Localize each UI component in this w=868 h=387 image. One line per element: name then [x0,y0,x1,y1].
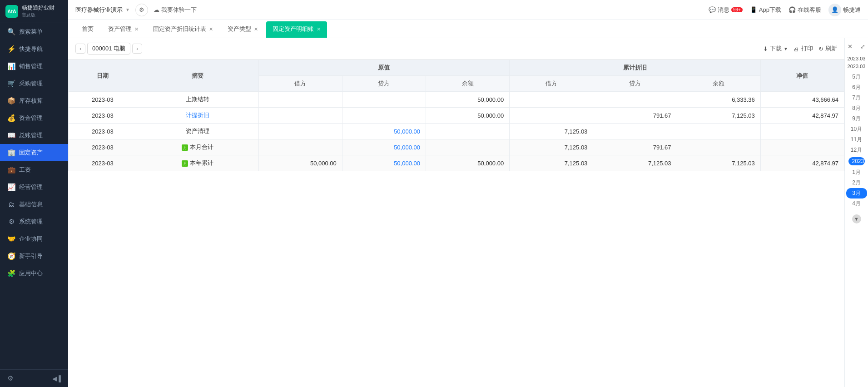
tab-home[interactable]: 首页 [75,21,100,38]
collapse-icon[interactable]: ◀▐ [52,375,61,382]
cell-dep-credit: 791.67 [593,108,677,124]
avatar: 👤 [828,4,841,16]
cell-dep-credit: 7,125.03 [593,155,677,171]
th-date: 日期 [69,60,137,92]
phone-icon: 📱 [750,6,757,13]
sidebar-item-funds[interactable]: 💰资金管理 [0,109,68,127]
user-icon: 👤 [831,6,838,13]
table-row: 2023-03 月本年累计 50,000.00 50,000.00 50,000… [69,155,844,171]
th-accumulated-depreciation: 累计折旧 [510,60,761,76]
refresh-button[interactable]: ↻ 刷新 [818,45,837,53]
apps-icon: 🧩 [7,269,15,278]
tab-asset-type[interactable]: 资产类型 ✕ [221,21,264,38]
tab-depreciation-stat[interactable]: 固定资产折旧统计表 ✕ [147,21,219,38]
sidebar-item-guide[interactable]: 🧭新手引导 [0,248,68,265]
sidebar-item-basic[interactable]: 🗂基础信息 [0,196,68,213]
search-icon: 🔍 [7,28,15,36]
cell-date: 2023-03 [69,92,137,108]
th-desc: 摘要 [137,60,258,92]
month-item[interactable]: 12月 [846,145,867,155]
settings-icon[interactable]: ⚙ [7,374,13,382]
cell-desc: 上期结转 [137,92,258,108]
month-item[interactable]: 11月 [846,134,867,145]
user-profile[interactable]: 👤 畅捷通 [828,4,861,16]
customer-service-button[interactable]: 🎧 在线客服 [789,6,821,14]
sidebar-item-purchase[interactable]: 🛒采购管理 [0,75,68,92]
cell-orig-balance: 50,000.00 [426,108,509,124]
system-icon: ⚙ [7,218,15,226]
tab-close-icon[interactable]: ✕ [209,26,213,32]
month-item[interactable]: 7月 [846,93,867,103]
cell-orig-balance [426,124,509,139]
page-toolbar: ‹ 000001 电脑 › ⬇ 下载 ▼ 🖨 打印 [68,38,844,60]
th-dep-credit: 贷方 [593,76,677,92]
th-orig-debit: 借方 [258,76,342,92]
tab-asset-detail[interactable]: 固定资产明细账 ✕ [266,21,327,38]
cell-dep-debit: 7,125.03 [510,155,593,171]
month-item[interactable]: 2月 [846,178,867,188]
sidebar-item-ops[interactable]: 📈经营管理 [0,179,68,196]
cell-dep-credit: 791.67 [593,139,677,155]
tab-close-icon[interactable]: ✕ [254,26,258,32]
sidebar-item-sales[interactable]: 📊销售管理 [0,58,68,75]
sidebar-label-inventory: 库存核算 [19,97,43,105]
cell-orig-debit [258,139,342,155]
sidebar-item-fixed-assets[interactable]: 🏢固定资产 [0,144,68,161]
expand-panel-button[interactable]: ⤢ [858,42,868,51]
scroll-down-button[interactable]: ▼ [852,213,861,225]
sidebar-item-salary[interactable]: 💼工资 [0,161,68,179]
cell-net-value: 42,874.97 [760,108,844,124]
app-download-button[interactable]: 📱 App下载 [750,6,781,14]
sidebar-item-quick-nav[interactable]: ⚡快捷导航 [0,40,68,58]
sidebar-nav: 🔍搜索菜单⚡快捷导航📊销售管理🛒采购管理📦库存核算💰资金管理📖总账管理🏢固定资产… [0,23,68,369]
basic-icon: 🗂 [7,200,15,208]
print-button[interactable]: 🖨 打印 [794,45,813,53]
month-item[interactable]: 5月 [846,72,867,82]
next-asset-button[interactable]: › [132,44,142,54]
sidebar-label-sales: 销售管理 [19,62,43,70]
month-item[interactable]: 8月 [846,103,867,114]
th-original-value: 原值 [258,60,510,76]
sidebar-item-apps[interactable]: 🧩应用中心 [0,265,68,282]
sidebar-item-search[interactable]: 🔍搜索菜单 [0,23,68,40]
cell-orig-balance: 50,000.00 [426,155,509,171]
tab-close-icon[interactable]: ✕ [317,26,321,32]
asset-code-tag: 000001 电脑 [87,43,130,55]
sidebar-label-guide: 新手引导 [19,252,43,260]
table-page: ‹ 000001 电脑 › ⬇ 下载 ▼ 🖨 打印 [68,38,844,387]
notifications-button[interactable]: 💬 消息 99+ [709,6,743,14]
sidebar-item-ledger[interactable]: 📖总账管理 [0,127,68,144]
sidebar-item-system[interactable]: ⚙系统管理 [0,213,68,230]
tab-asset-management[interactable]: 资产管理 ✕ [102,21,145,38]
month-item[interactable]: 3月 [846,188,867,198]
month-item[interactable]: 4月 [846,198,867,209]
logo-edition: 普及版 [22,12,55,18]
month-item[interactable]: 1月 [846,167,867,178]
cell-dep-debit: 7,125.03 [510,139,593,155]
prev-asset-button[interactable]: ‹ [75,44,85,54]
company-selector[interactable]: 医疗器械行业演示 ▼ [75,6,130,14]
cell-net-value [760,124,844,139]
tab-close-icon[interactable]: ✕ [134,26,139,32]
month-item[interactable]: 6月 [846,82,867,93]
notifications-badge: 99+ [731,7,743,12]
sidebar-label-purchase: 采购管理 [19,79,43,88]
cell-dep-balance: 6,333.36 [677,92,760,108]
quick-nav-icon: ⚡ [7,45,15,53]
sidebar-label-system: 系统管理 [19,218,43,226]
cell-net-value [760,139,844,155]
sidebar-item-collab[interactable]: 🤝企业协同 [0,230,68,248]
close-panel-button[interactable]: ✕ [846,42,855,51]
experience-button[interactable]: ☁ 我要体验一下 [154,6,197,14]
cell-orig-balance [426,139,509,155]
month-item[interactable]: 9月 [846,114,867,124]
month-item[interactable]: 10月 [846,124,867,134]
sidebar-item-inventory[interactable]: 📦库存核算 [0,92,68,109]
settings-button[interactable]: ⚙ [135,4,148,16]
cell-orig-credit: 50,000.00 [342,124,426,139]
cell-desc: 月本年累计 [137,155,258,171]
cell-desc: 月本月合计 [137,139,258,155]
cell-orig-debit [258,108,342,124]
logo-icon: AtA [5,5,18,18]
download-button[interactable]: ⬇ 下载 ▼ [763,45,788,53]
